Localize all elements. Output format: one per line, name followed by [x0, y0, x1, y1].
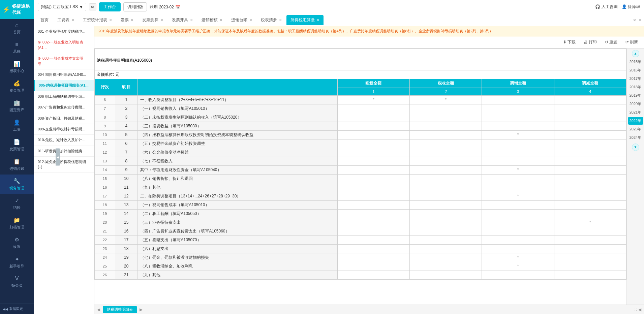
- tab-purchase-ledger[interactable]: 进销台账 ✕: [227, 15, 256, 25]
- sidebar-item-reports[interactable]: 📊 报表中心: [0, 57, 34, 77]
- scroll-right-btn[interactable]: ▶: [140, 307, 143, 312]
- company-selector[interactable]: (物副) 江西股宝-LSS ▼: [38, 3, 86, 11]
- sidebar-item-assets[interactable]: 🏢 固定资产: [0, 96, 34, 116]
- row-cell-f[interactable]: *: [554, 218, 626, 227]
- row-cell-c[interactable]: [337, 139, 409, 148]
- workbench-button[interactable]: 工作台: [99, 2, 121, 11]
- row-cell-f[interactable]: [554, 192, 626, 200]
- year-item[interactable]: 2016年: [628, 66, 643, 74]
- sidebar-item-guide[interactable]: ✦ 新手引导: [0, 253, 34, 272]
- bottom-tab[interactable]: 纳税调整明细表: [103, 306, 137, 313]
- left-item-005[interactable]: 005-纳税调整项目明细表(A1...: [34, 80, 94, 91]
- row-cell-e[interactable]: [482, 236, 554, 244]
- sidebar-item-purchase[interactable]: 📋 进销台账: [0, 155, 34, 175]
- left-item-004[interactable]: 004-期间费用明细表(A1040...: [34, 69, 94, 80]
- year-item[interactable]: 2022年: [628, 117, 643, 125]
- sidebar-item-payroll[interactable]: 👤 工资: [0, 116, 34, 135]
- row-cell-d[interactable]: [410, 148, 482, 157]
- year-item[interactable]: 2023年: [628, 125, 643, 133]
- row-cell-e[interactable]: [482, 122, 554, 130]
- old-version-button[interactable]: 切到旧版: [123, 2, 147, 11]
- row-cell-d[interactable]: [410, 200, 482, 209]
- row-cell-d[interactable]: [410, 271, 482, 279]
- row-cell-d[interactable]: *: [410, 95, 482, 104]
- tab-payroll-stats-close[interactable]: ✕: [109, 18, 112, 22]
- row-cell-f[interactable]: [554, 227, 626, 236]
- row-cell-d[interactable]: [410, 157, 482, 165]
- row-cell-c[interactable]: [337, 165, 409, 174]
- row-cell-d[interactable]: [410, 139, 482, 148]
- row-cell-c[interactable]: *: [337, 95, 409, 104]
- row-cell-c[interactable]: [337, 192, 409, 200]
- row-cell-c[interactable]: [337, 113, 409, 122]
- copy-button[interactable]: ⧉: [89, 3, 96, 10]
- row-cell-f[interactable]: [554, 122, 626, 130]
- row-cell-f[interactable]: [554, 95, 626, 104]
- left-item-009[interactable]: 009-企业所得税财补亏损明...: [34, 124, 94, 135]
- row-cell-e[interactable]: *: [482, 262, 554, 271]
- row-cell-e[interactable]: [482, 104, 554, 113]
- tab-purchase-ledger-close[interactable]: ✕: [249, 18, 252, 22]
- row-cell-d[interactable]: [410, 183, 482, 192]
- row-cell-f[interactable]: [554, 262, 626, 271]
- year-up-btn[interactable]: ▲: [632, 50, 639, 57]
- tabs-menu-icon[interactable]: ≡: [639, 18, 641, 23]
- tabs-close-icon[interactable]: ✕: [633, 18, 636, 23]
- row-cell-f[interactable]: [554, 104, 626, 113]
- left-item-003[interactable]: ⊗ 003-一般企业成本支出明细...: [34, 53, 94, 69]
- row-cell-c[interactable]: [337, 174, 409, 183]
- left-item-011[interactable]: 011-研发费用加计扣除优惠...: [34, 146, 94, 157]
- row-cell-e[interactable]: *: [482, 130, 554, 139]
- row-cell-d[interactable]: [410, 192, 482, 200]
- row-cell-c[interactable]: [337, 209, 409, 218]
- tab-check[interactable]: 进销稽核 ✕: [197, 15, 226, 25]
- row-cell-e[interactable]: [482, 218, 554, 227]
- row-cell-e[interactable]: *: [482, 253, 554, 262]
- year-down-btn[interactable]: ▼: [632, 144, 639, 151]
- reset-btn[interactable]: ↺ 重置: [603, 38, 619, 46]
- sidebar-item-ledger[interactable]: ≡ 总账: [0, 38, 34, 57]
- collapse-arrow[interactable]: ◀: [56, 149, 60, 166]
- row-cell-f[interactable]: [554, 209, 626, 218]
- row-cell-e[interactable]: *: [482, 165, 554, 174]
- row-cell-e[interactable]: [482, 113, 554, 122]
- row-cell-d[interactable]: [410, 244, 482, 253]
- row-cell-d[interactable]: [410, 130, 482, 139]
- row-cell-e[interactable]: [482, 174, 554, 183]
- sidebar-logo[interactable]: ⚡ 畅捷通易代账: [0, 0, 34, 19]
- year-item[interactable]: 2018年: [628, 83, 643, 91]
- year-item[interactable]: 2019年: [628, 92, 643, 99]
- row-cell-c[interactable]: [337, 271, 409, 279]
- year-item[interactable]: 2020年: [628, 100, 643, 108]
- row-cell-d[interactable]: [410, 262, 482, 271]
- row-cell-d[interactable]: [410, 165, 482, 174]
- sidebar-item-settings[interactable]: ⚙ 设置: [0, 233, 34, 253]
- sidebar-item-archive[interactable]: 📁 归档管理: [0, 214, 34, 233]
- row-cell-c[interactable]: [337, 218, 409, 227]
- user-area[interactable]: 👤 徐泽华: [622, 4, 640, 10]
- row-cell-e[interactable]: [482, 183, 554, 192]
- tab-tax-list[interactable]: 税表清册 ✕: [257, 15, 286, 25]
- row-cell-c[interactable]: [337, 130, 409, 139]
- row-cell-c[interactable]: [337, 253, 409, 262]
- tab-invoice[interactable]: 发票 ✕: [117, 15, 137, 25]
- left-item-001[interactable]: 001-企业所得税年度纳税申...: [34, 26, 94, 37]
- row-cell-f[interactable]: [554, 253, 626, 262]
- row-cell-c[interactable]: [337, 148, 409, 157]
- sidebar-item-close[interactable]: ✓ 结账: [0, 194, 34, 214]
- row-cell-e[interactable]: [482, 227, 554, 236]
- download-btn[interactable]: ⬇ 下载: [561, 38, 578, 46]
- row-cell-c[interactable]: [337, 200, 409, 209]
- row-cell-c[interactable]: [337, 157, 409, 165]
- year-item[interactable]: 2015年: [628, 58, 643, 66]
- row-cell-d[interactable]: [410, 104, 482, 113]
- tab-invoice-close[interactable]: ✕: [131, 18, 133, 22]
- row-cell-c[interactable]: [337, 104, 409, 113]
- row-cell-c[interactable]: [337, 227, 409, 236]
- row-cell-e[interactable]: [482, 244, 554, 253]
- print-btn[interactable]: 🖨 打印: [582, 38, 599, 46]
- sidebar-item-member[interactable]: V 畅会员: [0, 272, 34, 291]
- sidebar-item-home[interactable]: ⌂ 首页: [0, 19, 34, 38]
- tab-income-tax-close[interactable]: ✕: [317, 18, 319, 22]
- row-cell-c[interactable]: [337, 122, 409, 130]
